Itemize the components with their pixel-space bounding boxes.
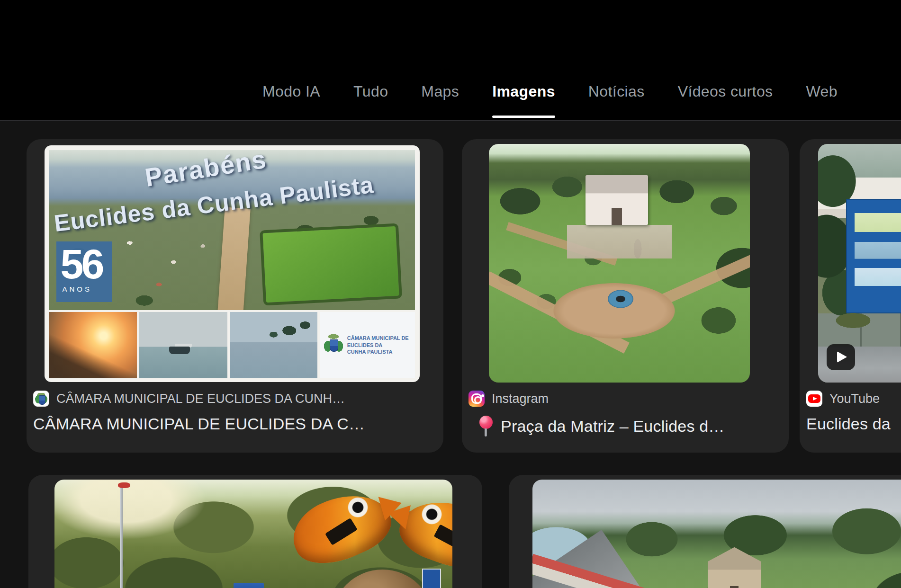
results-tabs: Modo IA Tudo Maps Imagens Notícias Vídeo… — [261, 83, 838, 120]
praca-church-building — [586, 175, 648, 225]
image-result-card-praca: Instagram Praça da Matriz – Euclides d… — [462, 139, 789, 453]
strip-photo-boat — [139, 312, 227, 378]
source-name: YouTube — [829, 392, 880, 406]
park-blue-bench — [234, 583, 264, 588]
result-title-link[interactable]: Praça da Matriz – Euclides d… — [479, 415, 785, 437]
source-name: CÂMARA MUNICIPAL DE EUCLIDES DA CUNH… — [56, 392, 345, 406]
instagram-icon — [469, 391, 485, 407]
image-result-card-church-aerial — [509, 475, 901, 588]
result-title-text: CÂMARA MUNICIPAL DE EUCLIDES DA C… — [33, 415, 365, 433]
tab-imagens[interactable]: Imagens — [491, 83, 556, 120]
praca-central-plaza — [531, 273, 698, 349]
crest-caption-line: EUCLIDES DA — [347, 342, 409, 348]
result-thumbnail-praca-aerial[interactable] — [489, 144, 750, 383]
collage-green-field — [260, 223, 402, 306]
collage-photo-strip: CÂMARA MUNICIPAL DE EUCLIDES DA CUNHA PA… — [49, 312, 415, 378]
strip-photo-pier-palms — [230, 312, 317, 378]
anniversary-number: 56 — [60, 244, 108, 284]
image-result-card-camara: Parabéns Euclides da Cunha Paulista 56 A… — [27, 139, 443, 453]
park-flagpole — [120, 486, 123, 588]
result-thumbnail-church-aerial[interactable] — [532, 480, 901, 588]
praca-fountain — [604, 287, 638, 311]
source-link-youtube[interactable]: YouTube — [806, 389, 901, 408]
strip-panel-crest: CÂMARA MUNICIPAL DE EUCLIDES DA CUNHA PA… — [320, 312, 415, 378]
result-thumbnail-fish-monument[interactable] — [54, 480, 452, 588]
video-blue-totem-sign — [846, 199, 901, 313]
camara-crest-icon — [324, 334, 343, 356]
source-link-instagram[interactable]: Instagram — [469, 389, 785, 408]
tab-tudo[interactable]: Tudo — [352, 83, 389, 120]
result-caption: Instagram Praça da Matriz – Euclides d… — [469, 389, 785, 437]
result-thumbnail-camara-collage[interactable]: Parabéns Euclides da Cunha Paulista 56 A… — [45, 145, 420, 382]
source-name: Instagram — [492, 392, 549, 406]
result-title-link[interactable]: Euclides da — [806, 415, 901, 433]
praca-church-forecourt — [567, 225, 671, 258]
result-thumbnail-video-still[interactable]: BE — [818, 144, 901, 383]
strip-photo-sunset — [49, 312, 137, 378]
result-caption: YouTube Euclides da — [806, 389, 901, 433]
youtube-icon — [806, 391, 822, 407]
source-link-camara[interactable]: CÂMARA MUNICIPAL DE EUCLIDES DA CUNH… — [33, 389, 440, 408]
image-result-card-fish-monument — [28, 475, 482, 588]
result-caption: CÂMARA MUNICIPAL DE EUCLIDES DA CUNH… CÂ… — [33, 389, 440, 433]
result-title-text: Praça da Matriz – Euclides d… — [501, 417, 725, 436]
crest-caption: CÂMARA MUNICIPAL DE EUCLIDES DA CUNHA PA… — [347, 335, 409, 355]
camara-municipal-crest-icon — [33, 391, 49, 407]
tab-videos-curtos[interactable]: Vídeos curtos — [677, 83, 774, 120]
crest-caption-line: CUNHA PAULISTA — [347, 349, 409, 355]
video-roadside-scrub — [818, 302, 901, 349]
result-title-link[interactable]: CÂMARA MUNICIPAL DE EUCLIDES DA C… — [33, 415, 440, 433]
results-header: Modo IA Tudo Maps Imagens Notícias Vídeo… — [0, 0, 901, 121]
anniversary-badge: 56 ANOS — [56, 241, 112, 302]
tab-modo-ia[interactable]: Modo IA — [261, 83, 321, 120]
tab-noticias[interactable]: Notícias — [587, 83, 646, 120]
crest-caption-line: CÂMARA MUNICIPAL DE — [347, 335, 409, 341]
play-button-overlay[interactable] — [827, 344, 855, 370]
google-images-results-page: { "tabs": [ { "label": "Modo IA", "activ… — [0, 0, 901, 588]
round-pushpin-icon — [479, 415, 493, 437]
tab-maps[interactable]: Maps — [420, 83, 460, 120]
tab-web[interactable]: Web — [805, 83, 838, 120]
park-blue-sign — [422, 569, 441, 588]
image-result-card-youtube: BE YouTube Euclides da — [800, 139, 901, 453]
result-title-text: Euclides da — [806, 415, 891, 433]
collage-aerial-photo: Parabéns Euclides da Cunha Paulista 56 A… — [49, 150, 415, 310]
collage-main-road — [217, 207, 250, 310]
